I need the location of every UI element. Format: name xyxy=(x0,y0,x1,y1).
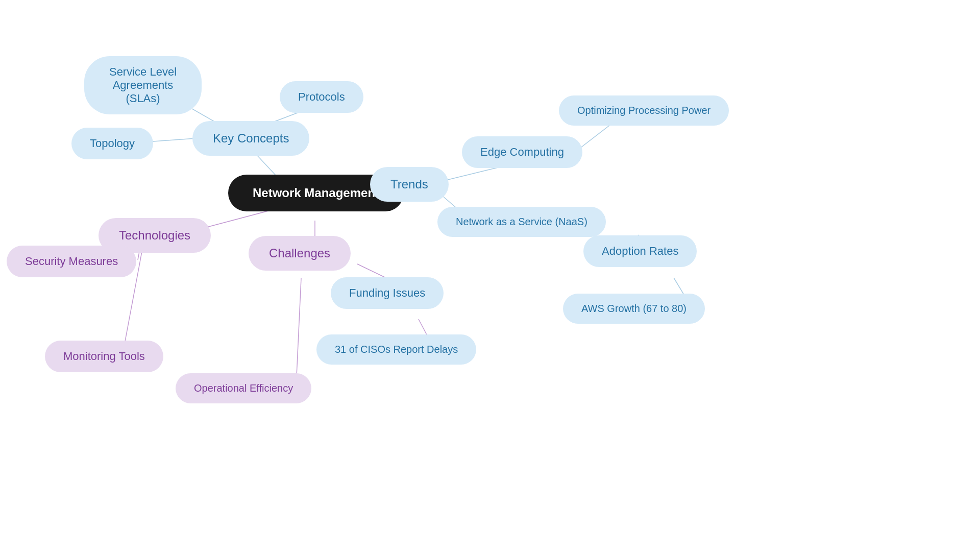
svg-line-14 xyxy=(296,278,301,388)
monitoring-tools-node[interactable]: Monitoring Tools xyxy=(45,341,163,372)
trends-node[interactable]: Trends xyxy=(370,167,449,202)
optimizing-node[interactable]: Optimizing Processing Power xyxy=(559,95,729,126)
topology-node[interactable]: Topology xyxy=(71,128,153,159)
adoption-rates-node[interactable]: Adoption Rates xyxy=(583,235,697,267)
key-concepts-node[interactable]: Key Concepts xyxy=(192,121,309,156)
funding-issues-node[interactable]: Funding Issues xyxy=(331,277,444,309)
sla-node[interactable]: Service Level Agreements (SLAs) xyxy=(84,56,202,114)
protocols-node[interactable]: Protocols xyxy=(280,81,363,113)
operational-efficiency-node[interactable]: Operational Efficiency xyxy=(176,373,311,403)
aws-growth-node[interactable]: AWS Growth (67 to 80) xyxy=(563,294,705,324)
edge-computing-node[interactable]: Edge Computing xyxy=(462,136,582,168)
naas-node[interactable]: Network as a Service (NaaS) xyxy=(437,207,606,237)
challenges-node[interactable]: Challenges xyxy=(249,236,351,271)
security-measures-node[interactable]: Security Measures xyxy=(7,246,136,277)
cisos-report-delays-node[interactable]: 31 of CISOs Report Delays xyxy=(316,334,476,365)
